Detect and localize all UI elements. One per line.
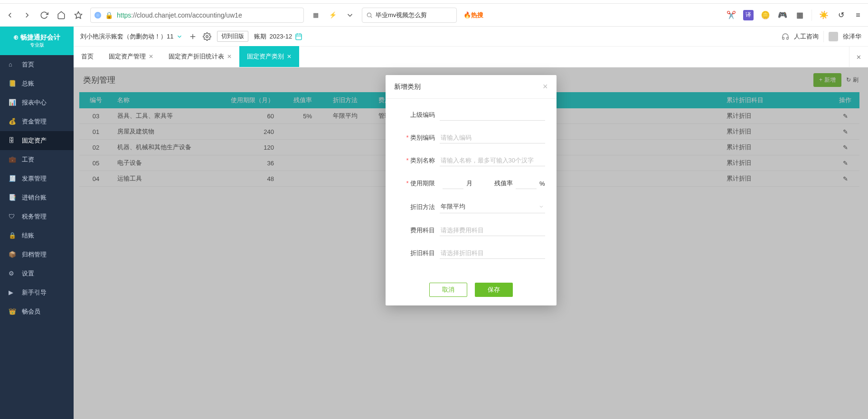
label-method: 折旧方法: [397, 203, 435, 211]
forward-icon[interactable]: [22, 10, 32, 20]
headset-icon[interactable]: [782, 33, 789, 40]
period-value[interactable]: 2023-12: [269, 33, 292, 40]
sidebar: ⊕ 畅捷通好会计 专业版 ⌂首页📒总账📊报表中心💰资金管理🗄固定资产💼工资🧾发票…: [0, 27, 74, 419]
sidebar-icon: 📑: [9, 194, 16, 201]
close-icon[interactable]: ✕: [149, 53, 153, 60]
reload-icon[interactable]: [39, 10, 49, 20]
period-input[interactable]: [443, 178, 463, 189]
svg-point-2: [206, 35, 208, 38]
hot-label[interactable]: 🔥热搜: [463, 11, 483, 19]
sidebar-icon: 🗄: [9, 137, 16, 144]
scissors-icon[interactable]: ✂️: [726, 10, 736, 20]
sidebar-item-12[interactable]: ▶新手引导: [0, 283, 74, 302]
sidebar-item-6[interactable]: 🧾发票管理: [0, 169, 74, 188]
modal-title: 新增类别: [394, 83, 421, 91]
sidebar-item-4[interactable]: 🗄固定资产: [0, 131, 74, 150]
label-expense: 费用科目: [397, 226, 435, 235]
sidebar-item-9[interactable]: 🔒结账: [0, 226, 74, 245]
sidebar-item-13[interactable]: 👑畅会员: [0, 302, 74, 321]
sidebar-item-5[interactable]: 💼工资: [0, 150, 74, 169]
sidebar-item-3[interactable]: 💰资金管理: [0, 112, 74, 131]
home-icon[interactable]: [56, 10, 66, 20]
qr-icon[interactable]: ▦: [311, 10, 321, 20]
tab-2[interactable]: 固定资产折旧统计表✕: [161, 46, 239, 67]
coin-icon[interactable]: 🪙: [760, 10, 771, 20]
switch-old-button[interactable]: 切到旧版: [217, 31, 248, 42]
save-button[interactable]: 保存: [475, 283, 513, 297]
calendar-icon[interactable]: [295, 33, 302, 40]
sidebar-icon: 💰: [9, 118, 16, 125]
app-logo[interactable]: ⊕ 畅捷通好会计 专业版: [0, 27, 74, 55]
back-icon[interactable]: [5, 10, 15, 20]
user-name[interactable]: 徐泽华: [843, 32, 861, 41]
label-parent-code: 上级编码: [397, 111, 435, 119]
name-input[interactable]: [440, 155, 545, 166]
sidebar-item-11[interactable]: ⚙设置: [0, 264, 74, 283]
period-unit: 月: [466, 179, 472, 188]
account-set-selector[interactable]: 刘小艳演示账套（勿删勿动！）11: [80, 32, 183, 41]
cancel-button[interactable]: 取消: [429, 283, 467, 297]
tab-3[interactable]: 固定资产类别✕: [239, 46, 299, 67]
method-select[interactable]: 年限平均: [440, 200, 545, 213]
site-badge-icon: [94, 12, 101, 19]
sidebar-item-0[interactable]: ⌂首页: [0, 55, 74, 74]
plus-icon[interactable]: [189, 32, 197, 41]
parent-code-input[interactable]: [440, 109, 545, 121]
game-icon[interactable]: 🎮: [777, 10, 788, 20]
sidebar-icon: 🛡: [9, 213, 16, 220]
residual-input[interactable]: [516, 178, 537, 189]
apps-icon[interactable]: ▦: [794, 10, 805, 20]
sidebar-item-label: 固定资产: [22, 136, 47, 145]
close-icon[interactable]: ✕: [287, 53, 292, 60]
browser-search-box[interactable]: 毕业mv视频怎么剪: [362, 8, 457, 23]
url-protocol: https: [117, 11, 131, 19]
label-dep: 折旧科目: [397, 249, 435, 257]
tab-1[interactable]: 固定资产管理✕: [101, 46, 161, 67]
label-code: 类别编码: [397, 133, 435, 142]
svg-rect-3: [296, 34, 302, 39]
gear-icon[interactable]: [203, 32, 211, 41]
sidebar-icon: ⌂: [9, 61, 16, 68]
sidebar-icon: 📊: [9, 99, 16, 106]
chevron-down-icon[interactable]: [345, 10, 355, 20]
expense-input[interactable]: [440, 225, 545, 236]
sidebar-item-7[interactable]: 📑进销台账: [0, 188, 74, 207]
dep-input[interactable]: [440, 248, 545, 259]
sidebar-item-1[interactable]: 📒总账: [0, 74, 74, 93]
app-topbar: 刘小艳演示账套（勿删勿动！）11 切到旧版 账期 2023-12 人工咨询 徐泽…: [74, 27, 868, 47]
consult-link[interactable]: 人工咨询: [794, 32, 819, 41]
sidebar-item-label: 进销台账: [22, 193, 47, 202]
sidebar-item-2[interactable]: 📊报表中心: [0, 93, 74, 112]
sidebar-item-label: 首页: [22, 60, 34, 69]
star-icon[interactable]: [73, 10, 84, 20]
bolt-icon[interactable]: ⚡: [328, 10, 338, 20]
close-all-tabs-button[interactable]: ✕: [849, 47, 868, 67]
tab-label: 固定资产折旧统计表: [169, 52, 224, 61]
avatar[interactable]: [829, 32, 838, 41]
sidebar-icon: ⚙: [9, 270, 16, 277]
sidebar-icon: 💼: [9, 156, 16, 163]
sidebar-icon: 📦: [9, 251, 16, 258]
close-icon[interactable]: ✕: [227, 53, 232, 60]
sidebar-item-label: 资金管理: [22, 117, 47, 126]
address-bar[interactable]: 🔒 https://cloud.chanjet.com/accounting/u…: [90, 8, 304, 23]
sidebar-item-8[interactable]: 🛡税务管理: [0, 207, 74, 226]
tab-label: 首页: [81, 52, 94, 61]
sidebar-icon: 🧾: [9, 175, 16, 182]
sidebar-item-label: 税务管理: [22, 212, 47, 221]
sidebar-item-label: 畅会员: [22, 307, 40, 316]
brightness-icon[interactable]: ☀️: [819, 10, 829, 20]
sidebar-icon: 👑: [9, 308, 16, 315]
label-residual: 残值率: [494, 179, 513, 188]
residual-unit: %: [539, 180, 545, 187]
tabs-bar: 首页固定资产管理✕固定资产折旧统计表✕固定资产类别✕ ✕: [74, 47, 868, 67]
close-icon[interactable]: ×: [543, 82, 548, 92]
menu-icon[interactable]: ≡: [853, 10, 863, 20]
sidebar-item-label: 新手引导: [22, 288, 47, 297]
translate-icon[interactable]: 译: [743, 10, 754, 20]
label-period: 使用期限: [397, 179, 435, 188]
restore-icon[interactable]: ↺: [836, 10, 846, 20]
sidebar-item-10[interactable]: 📦归档管理: [0, 245, 74, 264]
tab-0[interactable]: 首页: [74, 46, 101, 67]
code-input[interactable]: [440, 132, 545, 143]
